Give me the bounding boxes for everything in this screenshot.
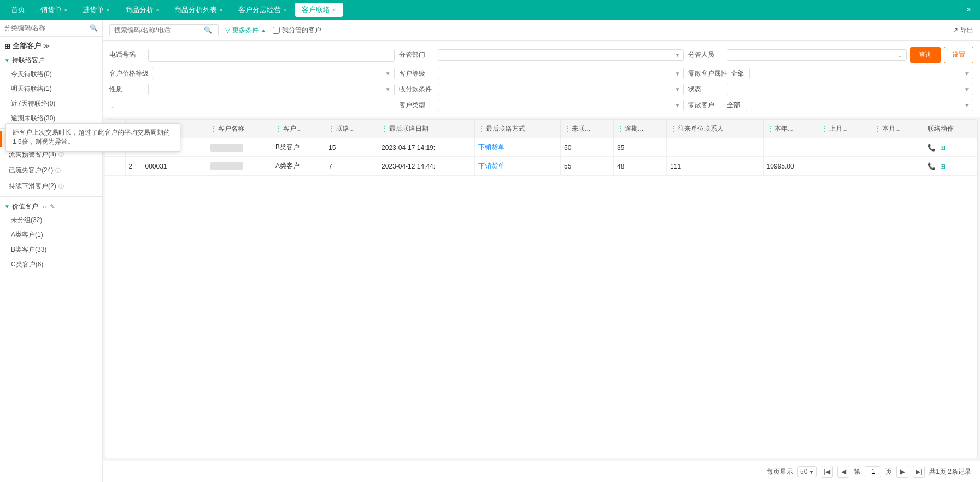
value-edit-icon[interactable]: ○ bbox=[43, 203, 46, 211]
nav-product-list-close[interactable]: × bbox=[219, 7, 222, 13]
collapse-icon[interactable]: ≫ bbox=[43, 43, 50, 50]
gender-select[interactable]: ▼ bbox=[148, 84, 395, 95]
settings-button[interactable]: 设置 bbox=[944, 47, 973, 63]
main-search-input[interactable] bbox=[114, 26, 202, 34]
row-no-1: 2 bbox=[125, 157, 142, 176]
main-layout: 🔍 ⊞ 全部客户 ≫ ▼ 待联络客户 今天待联络(0) 明天待联络(1) 近7天… bbox=[0, 20, 980, 482]
contact-method-link-1[interactable]: 下销货单 bbox=[478, 162, 504, 170]
customer-table: ⚙ 客户编码 客户名称 客户... 联络... 最后联络日期 最后联络方式 未联… bbox=[105, 120, 977, 176]
sidebar-item-7days[interactable]: 近7天待联络(0) bbox=[0, 96, 102, 111]
retail-customer-select[interactable]: ▼ bbox=[746, 100, 973, 111]
row-type-0: B类客户 bbox=[272, 138, 325, 157]
last-page-btn[interactable]: ▶| bbox=[913, 466, 925, 478]
nav-product-list[interactable]: 商品分析列表 × bbox=[168, 3, 229, 17]
gender-caret: ▼ bbox=[385, 86, 391, 92]
more-ellipsis[interactable]: ... bbox=[109, 102, 115, 109]
nav-product-analysis-close[interactable]: × bbox=[156, 7, 159, 13]
my-customers-filter[interactable]: 我分管的客户 bbox=[273, 26, 321, 35]
nav-sales-close[interactable]: × bbox=[64, 7, 67, 13]
filter-phone: 电话号码 bbox=[109, 47, 395, 63]
row-last-method-1: 下销货单 bbox=[474, 157, 560, 176]
th-overdue: 逾期... bbox=[614, 120, 667, 138]
nav-home[interactable]: 首页 bbox=[4, 3, 32, 17]
query-button[interactable]: 查询 bbox=[910, 47, 941, 63]
sidebar-search-input[interactable] bbox=[4, 24, 87, 32]
sidebar-search-icon[interactable]: 🔍 bbox=[90, 24, 98, 32]
sidebar-item-b-class[interactable]: B类客户(33) bbox=[0, 242, 102, 257]
th-last-month: 上月... bbox=[818, 120, 871, 138]
page-input[interactable] bbox=[865, 466, 881, 477]
customer-level-select[interactable]: ▼ bbox=[438, 68, 684, 79]
nav-purchase[interactable]: 进货单 × bbox=[76, 3, 116, 17]
status-select[interactable]: ▼ bbox=[727, 84, 973, 95]
sidebar-item-c-class[interactable]: C类客户(6) bbox=[0, 257, 102, 272]
next-page-btn[interactable]: ▶ bbox=[896, 466, 908, 478]
page-size-select[interactable]: 50 ▼ bbox=[797, 466, 817, 477]
row-this-month-0 bbox=[871, 138, 924, 157]
payment-label: 收付款条件 bbox=[399, 85, 435, 94]
action-phone-icon-1[interactable]: 📞 bbox=[928, 162, 936, 170]
my-customers-checkbox[interactable] bbox=[273, 27, 280, 34]
th-uncontact: 未联... bbox=[561, 120, 614, 138]
row-action-1: 📞 ⊞ bbox=[924, 157, 977, 176]
filter-payment: 收付款条件 ▼ bbox=[399, 84, 684, 95]
phone-input[interactable] bbox=[148, 49, 395, 62]
nav-customer-contact[interactable]: 客户联络 × bbox=[295, 3, 342, 17]
dept-select[interactable]: ▼ bbox=[438, 49, 684, 61]
filter-retail-attr: 零散客户属性 全部 ▼ bbox=[688, 68, 973, 79]
nav-purchase-close[interactable]: × bbox=[106, 7, 109, 13]
th-type: 客户... bbox=[272, 120, 325, 138]
value-add-icon[interactable]: ✎ bbox=[50, 203, 55, 211]
chevron-down-icon: ▲ bbox=[261, 27, 266, 33]
filter-panel: 电话号码 分管部门 ▼ 分管人员 ... 查询 设置 bbox=[103, 41, 980, 117]
row-type-1: A类客户 bbox=[272, 157, 325, 176]
action-phone-icon-0[interactable]: 📞 bbox=[928, 144, 936, 152]
th-this-month: 本月... bbox=[871, 120, 924, 138]
prev-page-btn[interactable]: ◀ bbox=[837, 466, 849, 478]
sidebar-item-already-lost[interactable]: 已流失客户(24) ⓘ bbox=[0, 162, 102, 178]
payment-select[interactable]: ▼ bbox=[438, 84, 684, 95]
main-search-icon[interactable]: 🔍 bbox=[204, 26, 212, 34]
window-close-button[interactable]: × bbox=[962, 5, 976, 15]
sidebar-divider-2 bbox=[0, 196, 102, 197]
customer-type-caret: ▼ bbox=[674, 102, 680, 108]
already-lost-info-icon: ⓘ bbox=[55, 167, 61, 175]
first-page-btn[interactable]: |◀ bbox=[821, 466, 833, 478]
nav-customer-contact-close[interactable]: × bbox=[332, 7, 336, 13]
sidebar-item-a-class[interactable]: A类客户(1) bbox=[0, 228, 102, 242]
filter-more: ... bbox=[109, 100, 395, 111]
sidebar-item-declining[interactable]: 持续下滑客户(2) ⓘ bbox=[0, 178, 102, 194]
row-overdue-0: 35 bbox=[614, 138, 667, 157]
table-section: ⚙ 客户编码 客户名称 客户... 联络... 最后联络日期 最后联络方式 未联… bbox=[105, 119, 978, 458]
filter-gender: 性质 ▼ bbox=[109, 84, 395, 95]
top-nav: 首页 销货单 × 进货单 × 商品分析 × 商品分析列表 × 客户分层经营 × … bbox=[0, 0, 980, 20]
row-contact-count-0: 15 bbox=[325, 138, 378, 157]
total-label: 共1页 2条记录 bbox=[929, 467, 971, 477]
price-level-select[interactable]: ▼ bbox=[152, 68, 395, 79]
value-section-header[interactable]: ▼ 价值客户 ○ ✎ bbox=[0, 199, 102, 213]
contact-method-link-0[interactable]: 下销货单 bbox=[478, 143, 504, 151]
nav-customer-tier-close[interactable]: × bbox=[283, 7, 286, 13]
all-customers-header[interactable]: ⊞ 全部客户 ≫ bbox=[0, 37, 102, 53]
table-row: 2 000031 A类客户 7 2023-04-12 14:44: 下销货单 5… bbox=[105, 157, 977, 176]
th-this-year: 本年... bbox=[763, 120, 818, 138]
more-conditions-btn[interactable]: ▽ 更多条件 ▲ bbox=[225, 26, 266, 35]
action-menu-icon-1[interactable]: ⊞ bbox=[940, 162, 946, 170]
sidebar-item-tomorrow[interactable]: 明天待联络(1) bbox=[0, 82, 102, 96]
nav-sales[interactable]: 销货单 × bbox=[34, 3, 74, 17]
export-button[interactable]: ↗ 导出 bbox=[953, 26, 973, 35]
nav-customer-tier[interactable]: 客户分层经营 × bbox=[232, 3, 293, 17]
manager-select[interactable]: ... bbox=[727, 49, 907, 61]
pending-section-header[interactable]: ▼ 待联络客户 bbox=[0, 53, 102, 67]
retail-attr-select[interactable]: ▼ bbox=[749, 68, 973, 79]
sidebar-item-today[interactable]: 今天待联络(0) bbox=[0, 67, 102, 82]
declining-info-icon: ⓘ bbox=[58, 183, 64, 190]
row-contacts-0 bbox=[667, 138, 764, 157]
nav-product-analysis[interactable]: 商品分析 × bbox=[119, 3, 166, 17]
sidebar-item-ungroup[interactable]: 未分组(32) bbox=[0, 213, 102, 228]
action-menu-icon-0[interactable]: ⊞ bbox=[940, 144, 946, 152]
per-page-value: 50 bbox=[800, 468, 807, 475]
row-last-month-1 bbox=[818, 157, 871, 176]
row-contacts-1: 111 bbox=[667, 157, 764, 176]
customer-type-select[interactable]: ▼ bbox=[438, 100, 684, 111]
